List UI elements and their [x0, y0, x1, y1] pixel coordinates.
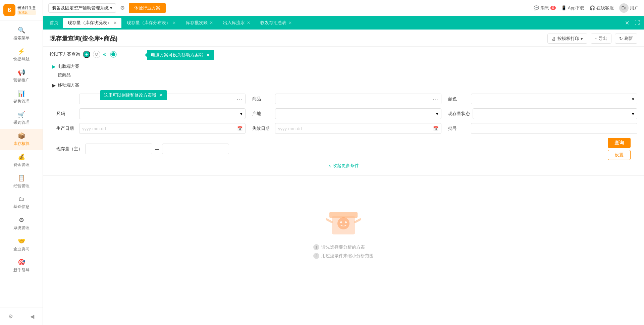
close-tab-icon[interactable]: ✕ [624, 18, 631, 28]
messages-action[interactable]: 💬 消息 6 [534, 5, 556, 11]
sidebar-item-ops[interactable]: 📋 经营管理 [0, 171, 43, 192]
scheme-group-pc: ▶ 电脑端方案 按商品 [50, 62, 637, 79]
settings-icon[interactable]: ⚙ [7, 312, 14, 321]
trial-button[interactable]: 体验行业方案 [129, 3, 166, 13]
quantity-end[interactable] [162, 144, 229, 154]
phone-icon: 📱 [561, 5, 567, 10]
svg-point-4 [345, 221, 347, 223]
tab-home[interactable]: 首页 [46, 18, 62, 28]
tab-close-icon[interactable]: ✕ [288, 20, 292, 25]
search-icon: 🔍 [18, 26, 25, 34]
reset-scheme-button[interactable]: ↺ [93, 51, 100, 58]
scheme-group-pc-header[interactable]: ▶ 电脑端方案 [50, 62, 637, 71]
pc-scheme-item[interactable]: 按商品 [50, 71, 637, 79]
empty-illustration [323, 203, 364, 236]
svg-point-3 [340, 221, 342, 223]
purchase-icon: 🛒 [18, 111, 25, 118]
add-scheme-button[interactable]: + [83, 51, 90, 58]
tab-batch[interactable]: 库存批次账 ✕ [181, 18, 218, 28]
goods-dots-icon: ··· [433, 97, 438, 102]
back-arrow-icon[interactable]: « [103, 51, 106, 57]
tab-bar-actions: ✕ ⛶ [624, 18, 641, 28]
quantity-sep: — [155, 147, 159, 152]
reset-button[interactable]: 设置 [608, 150, 631, 160]
tab-summary[interactable]: 收发存汇总表 ✕ [256, 18, 297, 28]
goods-label: 商品 [252, 96, 272, 102]
scheme-group-mobile-header[interactable]: ▶ 移动端方案 [50, 81, 637, 90]
refresh-button[interactable]: ↻ 刷新 [615, 34, 637, 44]
goods-input[interactable]: ··· [275, 94, 441, 104]
tab-close-icon[interactable]: ✕ [247, 20, 250, 25]
sidebar-item-search[interactable]: 🔍 搜索菜单 [0, 23, 43, 44]
calendar-icon: 📅 [237, 126, 243, 131]
size-label: 尺码 [56, 111, 76, 117]
filter-origin: 产地 ▾ [252, 108, 441, 119]
quantity-start[interactable] [85, 144, 152, 154]
sidebar-item-inventory[interactable]: 📦 库存核算 [0, 129, 43, 150]
sidebar-item-marketing[interactable]: 📢 营销推广 [0, 65, 43, 87]
support-action[interactable]: 🎧 在线客服 [590, 5, 614, 11]
user-action[interactable]: Ea 用户 [619, 3, 639, 13]
empty-svg [323, 203, 364, 236]
export-button[interactable]: ↑ 导出 [591, 34, 612, 44]
system-selector[interactable]: 装备及固定资产辅助管理系统 ▾ [48, 3, 116, 13]
tab-close-icon[interactable]: ✕ [172, 20, 176, 25]
tab-inventory-status[interactable]: 现存量（库存状况表） ✕ [63, 18, 121, 28]
sidebar-item-system[interactable]: ⚙ 系统管理 [0, 213, 43, 234]
query-button[interactable]: 查询 [608, 138, 631, 148]
edit-tooltip-text: 这里可以创建和修改方案哦 [104, 92, 156, 98]
empty-text: 1 请先选择要分析的方案 2 用过滤条件来缩小分析范围 [313, 243, 374, 260]
tab-inout[interactable]: 出入库流水 ✕ [218, 18, 255, 28]
filter-size: 尺码 ▾ [56, 108, 246, 119]
collapse-button[interactable]: ∧ 收起更多条件 [50, 160, 637, 171]
calendar-icon: 📅 [433, 126, 438, 131]
logo-title: 畅通好生意 [17, 5, 36, 10]
scheme-tooltip-close[interactable]: ✕ [206, 52, 210, 58]
basic-icon: 🗂 [18, 196, 24, 203]
top-header: 装备及固定资产辅助管理系统 ▾ ⚙ 体验行业方案 💬 消息 6 📱 App下载 … [43, 0, 644, 16]
app-download-action[interactable]: 📱 App下载 [561, 5, 584, 11]
fullscreen-icon[interactable]: ⛶ [633, 18, 641, 28]
origin-select[interactable]: ▾ [275, 108, 441, 119]
batch-no-input[interactable] [471, 123, 637, 134]
sidebar-item-sales[interactable]: 📊 销售管理 [0, 87, 43, 108]
color-select[interactable]: ▾ [471, 94, 637, 104]
prod-date-start[interactable]: yyyy-mm-dd 📅 [79, 123, 246, 134]
tab-close-icon[interactable]: ✕ [113, 20, 117, 25]
header-gear-icon[interactable]: ⚙ [120, 5, 125, 11]
printer-icon: 🖨 [552, 36, 556, 41]
messages-icon: 💬 [534, 5, 539, 10]
edit-tooltip-close[interactable]: ✕ [159, 93, 163, 98]
ops-icon: 📋 [18, 174, 25, 182]
origin-label: 产地 [252, 111, 272, 117]
tab-inventory-dist[interactable]: 现存量（库存分布表） ✕ [122, 18, 180, 28]
sidebar-item-finance[interactable]: 💰 资金管理 [0, 150, 43, 171]
filter-color: 颜色 ▾ [448, 94, 637, 104]
size-select[interactable]: ▾ [79, 108, 246, 119]
sidebar-item-quick[interactable]: ⚡ 快捷导航 [0, 44, 43, 65]
marketing-icon: 📢 [18, 69, 25, 76]
sidebar: 6 畅通好生意 标准版 🔍 搜索菜单 ⚡ 快捷导航 📢 营销推广 📊 销售管理 … [0, 0, 43, 325]
empty-step-1: 1 请先选择要分析的方案 [313, 243, 374, 252]
sidebar-item-guide[interactable]: 🎯 新手引导 [0, 255, 43, 276]
filter-batch-no: 批号 [448, 123, 637, 134]
pc-scheme-label: 电脑端方案 [58, 63, 79, 69]
step-num-2: 2 [313, 253, 319, 259]
color-label: 颜色 [448, 96, 468, 102]
sales-icon: 📊 [18, 90, 25, 97]
stock-status-select[interactable]: ▾ [473, 108, 637, 119]
exp-date-start[interactable]: yyyy-mm-dd 📅 [275, 123, 441, 134]
tab-close-icon[interactable]: ✕ [210, 20, 213, 25]
sidebar-item-purchase[interactable]: 🛒 采购管理 [0, 108, 43, 129]
scheme-tooltip: 电脑方案可设为移动方案哦 ✕ [147, 50, 214, 60]
print-button[interactable]: 🖨 按模板打印 ▾ [547, 34, 587, 44]
quantity-row: 现存量（主） — 查询 设置 [56, 138, 637, 160]
logo-area: 6 畅通好生意 标准版 [0, 0, 43, 20]
sidebar-item-basic[interactable]: 🗂 基础信息 [0, 192, 43, 213]
dots-icon: ··· [237, 97, 243, 102]
collapse-icon[interactable]: ◀ [29, 312, 36, 321]
sidebar-item-coop[interactable]: 🤝 企业协同 [0, 234, 43, 255]
chevron-down-icon: ▾ [632, 111, 634, 116]
chevron-right-icon: ▶ [52, 64, 56, 69]
message-badge: 6 [550, 6, 556, 10]
